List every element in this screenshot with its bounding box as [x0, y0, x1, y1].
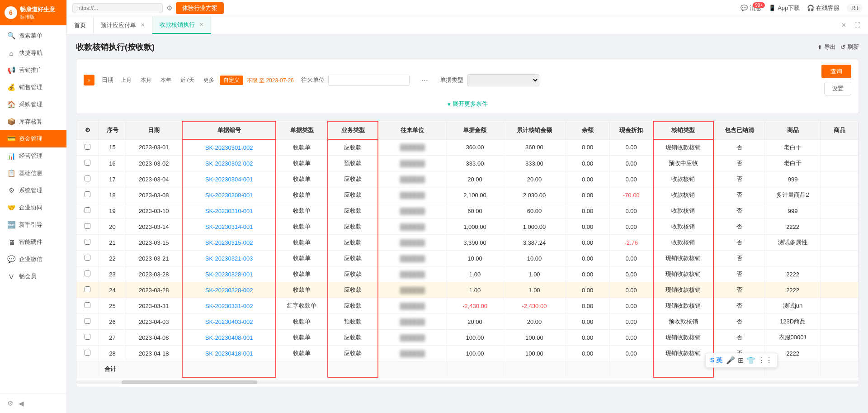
singleno-link[interactable]: SK-20230301-002 [205, 144, 253, 151]
th-singleno[interactable]: 单据编号 [182, 121, 276, 139]
more-date-btn[interactable]: 更多 [200, 76, 218, 85]
partner-input[interactable] [328, 75, 410, 86]
th-canceltype[interactable]: 核销类型 [653, 121, 713, 139]
singleno-link[interactable]: SK-20230331-002 [205, 303, 253, 309]
th-num: 序号 [99, 121, 126, 139]
cell-goods: 2222 [765, 266, 821, 282]
th-doctype[interactable]: 单据类型 [276, 121, 328, 139]
th-discount[interactable]: 现金折扣 [609, 121, 653, 139]
sidebar-item-purchase[interactable]: 🏠 采购管理 [0, 96, 66, 113]
tab-receipt-cancel[interactable]: 收款核销执行 ✕ [152, 16, 211, 34]
cell-check[interactable] [76, 298, 99, 314]
refresh-btn[interactable]: ↺ 刷新 [840, 43, 859, 51]
cell-singleno: SK-20230418-001 [182, 346, 276, 361]
doctype-select[interactable] [467, 74, 539, 86]
industry-btn[interactable]: 体验行业方案 [176, 2, 224, 14]
service-btn[interactable]: 🎧 在线客服 [807, 4, 840, 12]
cell-check[interactable] [76, 251, 99, 266]
sidebar-item-system[interactable]: ⚙ 系统管理 [0, 182, 66, 199]
export-btn[interactable]: ⬆ 导出 [817, 43, 836, 51]
singleno-link[interactable]: SK-20230304-001 [205, 176, 253, 183]
singleno-link[interactable]: SK-20230314-001 [205, 223, 253, 230]
th-goods[interactable]: 商品 [765, 121, 821, 139]
sidebar-item-marketing[interactable]: 📢 营销推广 [0, 62, 66, 79]
sidebar-item-quick[interactable]: ⌂ 快捷导航 [0, 44, 66, 62]
url-input[interactable] [72, 3, 163, 13]
th-date[interactable]: 日期 [126, 121, 182, 139]
cell-canceltype: 现销收款核销 [653, 330, 713, 346]
this-year-btn[interactable]: 本年 [157, 76, 175, 85]
cell-check[interactable] [76, 330, 99, 346]
th-included[interactable]: 包含已结清 [713, 121, 765, 139]
th-cumcancel[interactable]: 累计核销金额 [503, 121, 566, 139]
last-month-btn[interactable]: 上月 [117, 76, 135, 85]
msg-button[interactable]: 💬 消息 99+ [741, 4, 761, 12]
sidebar-item-capital[interactable]: 💳 资金管理 [0, 130, 66, 147]
expand-tab-btn[interactable]: ⛶ [851, 19, 863, 32]
cell-check[interactable] [76, 203, 99, 219]
singleno-link[interactable]: SK-20230310-001 [205, 208, 253, 214]
cell-amount: 10.00 [447, 251, 503, 266]
tab-prepay[interactable]: 预计应应付单 ✕ [94, 16, 152, 34]
close-icon[interactable]: ✕ [199, 22, 203, 28]
filter-expand-btn[interactable]: » [84, 75, 94, 85]
th-goods2[interactable]: 商品 [821, 121, 858, 139]
sidebar-item-company[interactable]: 🤝 企业协同 [0, 199, 66, 216]
custom-date-btn[interactable]: 自定义 [220, 76, 243, 85]
sidebar-item-operations[interactable]: 📊 经营管理 [0, 147, 66, 165]
collapse-icon[interactable]: ◀ [19, 399, 24, 408]
cell-check[interactable] [76, 219, 99, 235]
th-gear[interactable]: ⚙ [76, 121, 99, 139]
singleno-link[interactable]: SK-20230408-001 [205, 334, 253, 341]
singleno-link[interactable]: SK-20230418-001 [205, 350, 253, 357]
close-tab-btn[interactable]: ✕ [837, 19, 850, 32]
this-month-btn[interactable]: 本月 [137, 76, 155, 85]
sidebar-item-search[interactable]: 🔍 搜索菜单 [0, 27, 66, 44]
settings-icon[interactable]: ⚙ [7, 399, 13, 408]
cell-check[interactable] [76, 346, 99, 361]
sidebar-item-sales[interactable]: 💰 销售管理 [0, 79, 66, 96]
scrollbar-thumb[interactable] [122, 380, 257, 384]
app-download-btn[interactable]: 📱 App下载 [769, 4, 800, 12]
marketing-icon: 📢 [7, 66, 15, 74]
cell-goods: 2222 [765, 219, 821, 235]
cell-check[interactable] [76, 235, 99, 251]
tab-home[interactable]: 首页 [67, 16, 94, 34]
sidebar-item-member[interactable]: V 畅会员 [0, 268, 66, 285]
setting-btn[interactable]: 设置 [824, 82, 851, 95]
sidebar-item-inventory[interactable]: 📦 库存核算 [0, 113, 66, 130]
cell-check[interactable] [76, 171, 99, 187]
th-balance[interactable]: 余额 [566, 121, 609, 139]
cell-check[interactable] [76, 314, 99, 330]
table-scrollbar[interactable] [76, 380, 859, 384]
th-partner[interactable]: 往来单位 [378, 121, 447, 139]
expand-more-btn[interactable]: ▾ 展开更多条件 [448, 100, 488, 108]
singleno-link[interactable]: SK-20230403-002 [205, 318, 253, 325]
singleno-link[interactable]: SK-20230302-002 [205, 160, 253, 167]
sidebar-item-hardware[interactable]: 🖥 智能硬件 [0, 233, 66, 251]
singleno-link[interactable]: SK-20230328-002 [205, 287, 253, 294]
query-btn[interactable]: 查询 [821, 65, 851, 78]
user-avatar[interactable]: Rit [847, 4, 863, 12]
cell-included: 否 [713, 203, 765, 219]
cell-check[interactable] [76, 266, 99, 282]
singleno-link[interactable]: SK-20230308-001 [205, 192, 253, 199]
singleno-link[interactable]: SK-20230328-001 [205, 271, 253, 278]
cell-check[interactable] [76, 156, 99, 171]
cell-discount: 0.00 [609, 203, 653, 219]
singleno-link[interactable]: SK-20230321-003 [205, 255, 253, 262]
sidebar-item-label: 企业协同 [19, 204, 42, 212]
singleno-link[interactable]: SK-20230315-002 [205, 239, 253, 246]
cell-doctype: 收款单 [276, 219, 328, 235]
cell-check[interactable] [76, 139, 99, 156]
sidebar-item-basic[interactable]: 📋 基础信息 [0, 165, 66, 182]
sidebar-item-wechat[interactable]: 💬 企业微信 [0, 251, 66, 268]
th-biztype[interactable]: 业务类型 [328, 121, 378, 139]
cell-check[interactable] [76, 282, 99, 298]
close-icon[interactable]: ✕ [141, 22, 145, 28]
settings-icon[interactable]: ⚙ [166, 4, 172, 12]
th-amount[interactable]: 单据金额 [447, 121, 503, 139]
cell-check[interactable] [76, 187, 99, 203]
last-7days-btn[interactable]: 近7天 [177, 76, 198, 85]
sidebar-item-guide[interactable]: 🆕 新手引导 [0, 216, 66, 233]
